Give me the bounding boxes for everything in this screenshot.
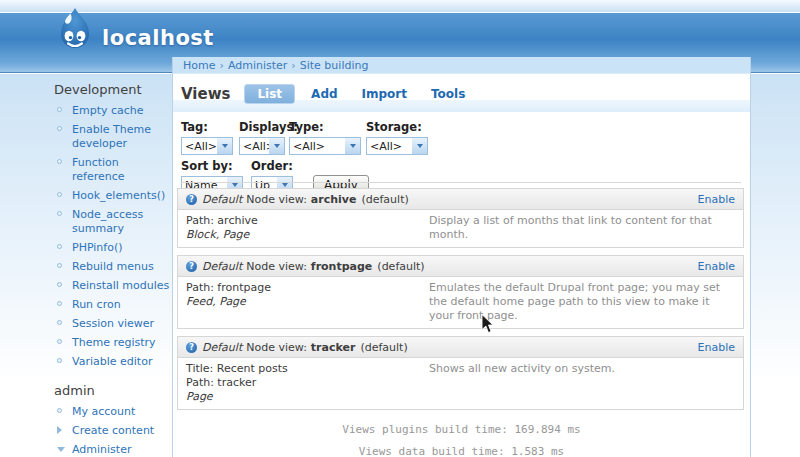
sidebar-item-rebuild-menus[interactable]: Rebuild menus bbox=[0, 260, 172, 274]
circle-bullet-icon bbox=[57, 159, 62, 164]
top-strip bbox=[0, 0, 800, 13]
dropdown-arrow-icon bbox=[345, 138, 360, 154]
circle-bullet-icon bbox=[57, 244, 62, 249]
view-description: Emulates the default Drupal front page; … bbox=[429, 281, 735, 323]
sidebar-item-phpinfo[interactable]: PHPinfo() bbox=[0, 241, 172, 255]
content-panel: Home›Administer›Site building Views List… bbox=[172, 57, 751, 457]
displays-label: Displays: bbox=[239, 120, 289, 134]
view-suffix: (default) bbox=[377, 260, 424, 273]
tab-add[interactable]: Add bbox=[311, 87, 337, 101]
view-kind: Node view: bbox=[246, 193, 307, 206]
tag-select[interactable]: <All> bbox=[181, 137, 233, 155]
view-kind: Node view: bbox=[246, 260, 307, 273]
view-name: tracker bbox=[311, 341, 356, 354]
view-description: Shows all new activity on system. bbox=[429, 362, 735, 404]
view-displays: Block, Page bbox=[186, 228, 429, 242]
filter-tag: Tag: <All> bbox=[181, 120, 239, 155]
sidebar-item-run-cron[interactable]: Run cron bbox=[0, 298, 172, 312]
sidebar-item-enable-theme-developer[interactable]: Enable Theme developer bbox=[0, 123, 172, 151]
sidebar-item-my-account[interactable]: My account bbox=[0, 405, 172, 419]
view-path: Path: tracker bbox=[186, 376, 429, 390]
type-select[interactable]: <All> bbox=[289, 137, 361, 155]
view-details: Path: frontpage Feed, Page bbox=[186, 281, 429, 323]
tab-tools[interactable]: Tools bbox=[431, 87, 465, 101]
sidebar-item-reinstall-modules[interactable]: Reinstall modules bbox=[0, 279, 172, 293]
filter-storage: Storage: <All> bbox=[366, 120, 430, 155]
filters: Tag: <All> Displays: <All> Type: <All> bbox=[181, 120, 430, 198]
view-row-frontpage: ? Default Node view: frontpage (default)… bbox=[177, 255, 744, 329]
view-details: Title: Recent posts Path: tracker Page bbox=[186, 362, 429, 404]
breadcrumb-separator: › bbox=[219, 59, 223, 72]
sidebar-item-create-content[interactable]: Create content bbox=[0, 424, 172, 438]
view-flag: Default bbox=[202, 260, 242, 273]
view-kind: Node view: bbox=[246, 341, 307, 354]
sidebar: Development Empty cache Enable Theme dev… bbox=[0, 82, 172, 457]
circle-bullet-icon bbox=[57, 339, 62, 344]
circle-bullet-icon bbox=[57, 301, 62, 306]
order-label: Order: bbox=[251, 159, 299, 173]
sidebar-item-session-viewer[interactable]: Session viewer bbox=[0, 317, 172, 331]
view-flag: Default bbox=[202, 341, 242, 354]
view-suffix: (default) bbox=[361, 193, 408, 206]
plugins-build-time: Views plugins build time: 169.894 ms bbox=[173, 423, 750, 436]
collapsed-arrow-icon[interactable] bbox=[57, 426, 62, 434]
sort-by-label: Sort by: bbox=[181, 159, 251, 173]
circle-bullet-icon bbox=[57, 358, 62, 363]
circle-bullet-icon bbox=[57, 263, 62, 268]
help-icon[interactable]: ? bbox=[186, 194, 197, 205]
breadcrumb: Home›Administer›Site building bbox=[173, 57, 750, 74]
storage-label: Storage: bbox=[366, 120, 430, 134]
displays-select[interactable]: <All> bbox=[239, 137, 285, 155]
view-flag: Default bbox=[202, 193, 242, 206]
dropdown-arrow-icon bbox=[412, 138, 427, 154]
view-path: Path: frontpage bbox=[186, 281, 429, 295]
view-row-header: ? Default Node view: archive (default) E… bbox=[178, 189, 743, 210]
view-displays: Page bbox=[186, 390, 429, 404]
sidebar-heading-admin: admin bbox=[54, 383, 172, 398]
page-title: Views bbox=[181, 85, 230, 103]
circle-bullet-icon bbox=[57, 408, 62, 413]
filter-displays: Displays: <All> bbox=[239, 120, 289, 155]
druplicon-logo-icon[interactable] bbox=[54, 7, 96, 56]
tab-list[interactable]: List bbox=[244, 84, 295, 104]
sidebar-item-theme-registry[interactable]: Theme registry bbox=[0, 336, 172, 350]
help-icon[interactable]: ? bbox=[186, 342, 197, 353]
filter-type: Type: <All> bbox=[289, 120, 366, 155]
view-details: Path: archive Block, Page bbox=[186, 214, 429, 242]
sidebar-section-development: Development Empty cache Enable Theme dev… bbox=[0, 82, 172, 369]
tab-import[interactable]: Import bbox=[362, 87, 407, 101]
circle-bullet-icon bbox=[57, 192, 62, 197]
enable-link[interactable]: Enable bbox=[698, 341, 735, 354]
view-row-archive: ? Default Node view: archive (default) E… bbox=[177, 188, 744, 248]
view-row-header: ? Default Node view: tracker (default) E… bbox=[178, 337, 743, 358]
view-name: frontpage bbox=[311, 260, 373, 273]
build-times: Views plugins build time: 169.894 ms Vie… bbox=[173, 423, 750, 457]
sidebar-item-node-access-summary[interactable]: Node_access summary bbox=[0, 208, 172, 236]
view-title: Title: Recent posts bbox=[186, 362, 429, 376]
breadcrumb-site-building[interactable]: Site building bbox=[300, 59, 369, 72]
storage-select[interactable]: <All> bbox=[366, 137, 428, 155]
enable-link[interactable]: Enable bbox=[698, 193, 735, 206]
breadcrumb-separator: › bbox=[291, 59, 295, 72]
dropdown-arrow-icon bbox=[217, 138, 232, 154]
sidebar-item-hook-elements[interactable]: Hook_elements() bbox=[0, 189, 172, 203]
type-label: Type: bbox=[289, 120, 366, 134]
view-row-header: ? Default Node view: frontpage (default)… bbox=[178, 256, 743, 277]
circle-bullet-icon bbox=[57, 126, 62, 131]
mouse-cursor bbox=[481, 314, 494, 337]
expanded-arrow-icon[interactable] bbox=[57, 447, 65, 452]
dropdown-arrow-icon bbox=[269, 138, 284, 154]
circle-bullet-icon bbox=[57, 320, 62, 325]
sidebar-item-administer[interactable]: Administer bbox=[0, 443, 172, 457]
sidebar-item-variable-editor[interactable]: Variable editor bbox=[0, 355, 172, 369]
circle-bullet-icon bbox=[57, 211, 62, 216]
view-suffix: (default) bbox=[360, 341, 407, 354]
sidebar-item-function-reference[interactable]: Function reference bbox=[0, 156, 172, 184]
help-icon[interactable]: ? bbox=[186, 261, 197, 272]
site-name[interactable]: localhost bbox=[102, 26, 214, 50]
filters-divider bbox=[181, 182, 741, 183]
enable-link[interactable]: Enable bbox=[698, 260, 735, 273]
breadcrumb-administer[interactable]: Administer bbox=[228, 59, 287, 72]
sidebar-item-empty-cache[interactable]: Empty cache bbox=[0, 104, 172, 118]
breadcrumb-home[interactable]: Home bbox=[183, 59, 215, 72]
